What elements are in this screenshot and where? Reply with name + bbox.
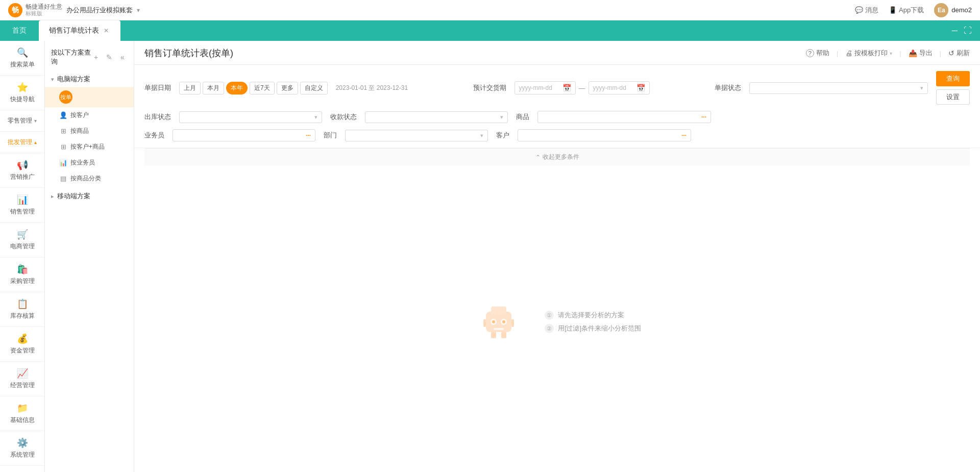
search-btn-group: 查询 设置: [936, 71, 970, 105]
logo: 畅 畅捷通好生意 标账版: [8, 3, 62, 17]
salesperson-more-btn[interactable]: ···: [306, 132, 311, 139]
department-label: 部门: [324, 131, 337, 140]
order-status-select[interactable]: ▾: [749, 82, 928, 94]
date-filter-group: 上月 本月 本年 近7天 更多 自定义: [179, 82, 328, 95]
sidebar-item-ops-mgmt[interactable]: 📈 经营管理: [0, 362, 44, 396]
top-bar: 畅 畅捷通好生意 标账版 办公用品行业模拟账套 ▾ 💬 消息 📱 App下载 E…: [0, 0, 980, 20]
customer-more-btn[interactable]: ···: [681, 132, 687, 139]
sidebar-item-marketing[interactable]: 📢 营销推广: [0, 153, 44, 188]
phone-icon: 📱: [889, 6, 897, 14]
svg-rect-9: [491, 332, 496, 338]
minimize-icon[interactable]: ─: [952, 26, 958, 35]
by-goods-category-icon: ▤: [59, 175, 67, 183]
department-arrow: ▾: [480, 132, 483, 139]
collapse-bar[interactable]: ⌃ 收起更多条件: [144, 148, 970, 166]
pc-group-title[interactable]: ▾ 电脑端方案: [45, 72, 134, 87]
sidebar-item-enterprise[interactable]: 🤝 企业协同: [0, 466, 44, 472]
help-btn[interactable]: ? 帮助: [806, 49, 829, 58]
sidebar-item-sales-mgmt[interactable]: 📊 销售管理: [0, 188, 44, 223]
page-title: 销售订单统计表(按单): [144, 47, 233, 59]
cur-month-btn[interactable]: 本月: [203, 82, 224, 95]
expected-date-start[interactable]: yyyy-mm-dd 📅: [514, 81, 576, 95]
svg-rect-1: [491, 306, 506, 314]
date-range-display: 2023-01-01 至 2023-12-31: [336, 84, 408, 92]
tree-item-by-order[interactable]: 按单: [45, 87, 134, 107]
left-panel: 按以下方案查询 + ✎ « ▾ 电脑端方案 按单 👤: [45, 41, 134, 472]
tab-close-icon[interactable]: ✕: [102, 27, 110, 35]
collapse-panel-btn[interactable]: «: [117, 52, 128, 62]
svg-rect-10: [501, 332, 506, 338]
mobile-group-collapse-icon: ▸: [51, 193, 54, 200]
sidebar-item-finance[interactable]: 💰 资金管理: [0, 327, 44, 362]
prev-month-btn[interactable]: 上月: [179, 82, 201, 95]
tree-item-by-goods[interactable]: ⊞ 按商品: [45, 123, 134, 139]
svg-point-4: [492, 320, 495, 323]
tree-item-by-goods-category[interactable]: ▤ 按商品分类: [45, 171, 134, 186]
by-goods-icon: ⊞: [59, 127, 67, 135]
page-actions: ? 帮助 | 🖨 按模板打印 ▾ | 📤 导出: [806, 49, 970, 58]
sidebar-item-wholesale-mgmt[interactable]: 批发管理 ▴: [0, 132, 44, 153]
finance-icon: 💰: [17, 333, 28, 344]
reset-button[interactable]: 设置: [936, 89, 970, 105]
receipt-status-select[interactable]: ▾: [365, 111, 508, 123]
custom-btn[interactable]: 自定义: [300, 82, 328, 95]
export-icon: 📤: [909, 49, 917, 57]
add-scheme-btn[interactable]: +: [91, 52, 101, 62]
mobile-group-title[interactable]: ▸ 移动端方案: [45, 188, 134, 204]
filter-area: 单据日期 上月 本月 本年 近7天 更多 自定义 2023-01-01 至 20…: [134, 65, 980, 172]
cal-icon-start[interactable]: 📅: [562, 84, 571, 92]
content-area: 按以下方案查询 + ✎ « ▾ 电脑端方案 按单 👤: [45, 41, 980, 472]
cal-icon-end[interactable]: 📅: [636, 84, 645, 92]
sidebar-item-search-menu[interactable]: 🔍 搜索菜单: [0, 41, 44, 76]
search-button[interactable]: 查询: [936, 71, 970, 86]
goods-input[interactable]: ···: [537, 111, 711, 123]
sidebar-item-inventory[interactable]: 📋 库存核算: [0, 292, 44, 327]
refresh-btn[interactable]: ↺ 刷新: [948, 49, 970, 58]
expected-date-input-group: yyyy-mm-dd 📅 — yyyy-mm-dd 📅: [514, 81, 650, 95]
ecom-icon: 🛒: [17, 229, 28, 240]
svg-rect-7: [483, 319, 486, 327]
template-print-btn[interactable]: 🖨 按模板打印 ▾: [845, 49, 892, 58]
tab-home[interactable]: 首页: [0, 20, 39, 41]
maximize-icon[interactable]: ⛶: [964, 26, 972, 35]
empty-tips: ① 请先选择要分析的方案 ② 用[过滤]条件来缩小分析范围: [545, 311, 641, 333]
goods-more-btn[interactable]: ···: [701, 113, 706, 121]
tree-item-by-customer-goods[interactable]: ⊞ 按客户+商品: [45, 139, 134, 155]
message-icon: 💬: [855, 6, 863, 14]
purchase-icon: 🛍️: [17, 264, 28, 275]
sidebar-item-purchase-mgmt[interactable]: 🛍️ 采购管理: [0, 257, 44, 292]
tab-order-stat[interactable]: 销售订单统计表 ✕: [39, 20, 120, 41]
more-btn[interactable]: 更多: [277, 82, 298, 95]
shipping-status-select[interactable]: ▾: [179, 111, 322, 123]
svg-point-5: [502, 320, 505, 323]
expected-date-end[interactable]: yyyy-mm-dd 📅: [589, 81, 650, 95]
app-download-action[interactable]: 📱 App下载: [889, 6, 924, 15]
department-select[interactable]: ▾: [345, 130, 488, 141]
sidebar-item-quick-nav[interactable]: ⭐ 快捷导航: [0, 76, 44, 110]
left-panel-actions: + ✎ «: [91, 52, 128, 62]
last7-btn[interactable]: 近7天: [250, 82, 275, 95]
message-action[interactable]: 💬 消息: [855, 6, 878, 15]
sidebar-item-retail-mgmt[interactable]: 零售管理 ▾: [0, 110, 44, 132]
top-bar-right: 💬 消息 📱 App下载 Ea demo2: [855, 3, 972, 17]
salesperson-input[interactable]: ···: [173, 129, 315, 141]
breadcrumb-dropdown[interactable]: ▾: [137, 7, 140, 14]
user-profile[interactable]: Ea demo2: [934, 3, 972, 17]
receipt-arrow: ▾: [500, 114, 503, 121]
sidebar-item-ecom-mgmt[interactable]: 🛒 电商管理: [0, 223, 44, 257]
customer-input[interactable]: ···: [518, 129, 691, 141]
tree-item-by-salesperson[interactable]: 📊 按业务员: [45, 155, 134, 171]
sidebar-item-system[interactable]: ⚙️ 系统管理: [0, 431, 44, 466]
shipping-status-label: 出库状态: [144, 112, 171, 122]
left-panel-title: 按以下方案查询: [51, 48, 91, 66]
ops-icon: 📈: [17, 368, 28, 379]
tab-bar-window-controls: ─ ⛶: [952, 26, 972, 35]
pc-group: ▾ 电脑端方案 按单 👤 按客户 ⊞ 按商品 ⊞: [45, 72, 134, 186]
export-btn[interactable]: 📤 导出: [909, 49, 933, 58]
tip-num-1: ①: [545, 311, 554, 320]
main-layout: 🔍 搜索菜单 ⭐ 快捷导航 零售管理 ▾ 批发管理 ▴ 📢 营销推广 📊 销售管…: [0, 41, 980, 472]
sidebar-item-basic-info[interactable]: 📁 基础信息: [0, 396, 44, 431]
edit-scheme-btn[interactable]: ✎: [104, 52, 114, 62]
cur-year-btn[interactable]: 本年: [226, 82, 248, 95]
tree-item-by-customer[interactable]: 👤 按客户: [45, 107, 134, 123]
